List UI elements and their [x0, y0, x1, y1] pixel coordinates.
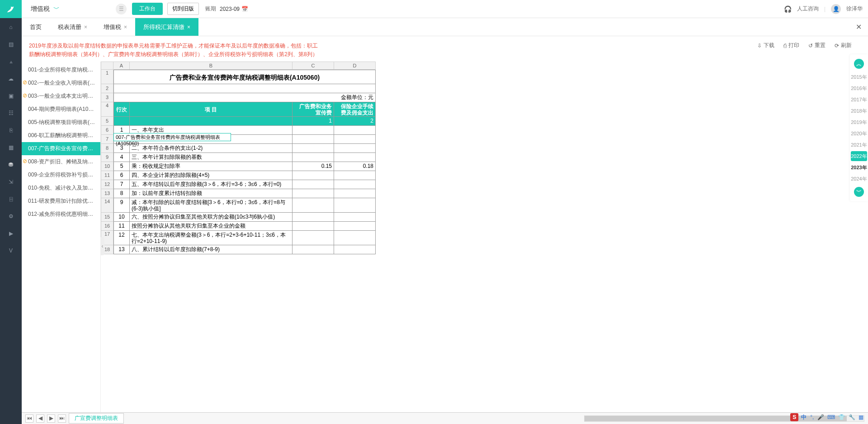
top-header: 增值税 ﹀ ☰ 工作台 切到旧版 账期 2023-09 📅 🎧 人工咨询 | 👤…: [0, 0, 868, 18]
header-right: 🎧 人工咨询 | 👤 徐泽华: [784, 4, 863, 14]
username[interactable]: 徐泽华: [846, 5, 863, 13]
app-title-dropdown[interactable]: 增值税 ﹀: [31, 5, 112, 13]
avatar[interactable]: 👤: [831, 4, 841, 14]
consult-link[interactable]: 人工咨询: [797, 5, 819, 13]
calendar-icon[interactable]: 📅: [241, 6, 248, 12]
doc-icon[interactable]: ☰: [116, 4, 127, 14]
logo[interactable]: [0, 0, 22, 18]
period-value[interactable]: 2023-09: [220, 6, 240, 12]
headset-icon[interactable]: 🎧: [784, 5, 792, 13]
period-label: 账期: [205, 5, 216, 13]
app-title-text: 增值税: [31, 5, 50, 13]
workbench-button[interactable]: 工作台: [132, 3, 163, 15]
chevron-down-icon: ﹀: [53, 5, 60, 13]
feather-icon: [6, 4, 16, 14]
switch-old-button[interactable]: 切到旧版: [167, 3, 199, 15]
